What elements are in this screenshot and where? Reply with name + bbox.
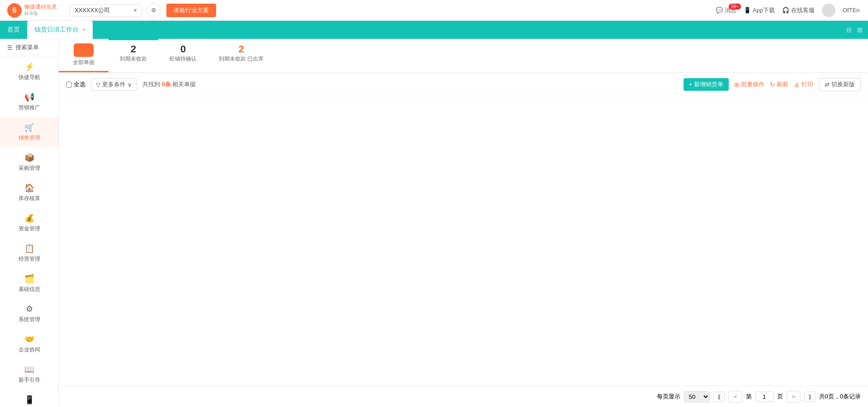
stats-tabs: 2 全部单据 2 到期未收款 0 旺铺待确认 2 到期未收款 已出库 xyxy=(59,39,868,73)
select-all-input[interactable] xyxy=(66,82,72,88)
inventory-label: 库存核算 xyxy=(19,195,40,202)
settings-icon-btn[interactable]: ⚙ xyxy=(146,3,161,18)
stat-tab-wangpu[interactable]: 0 旺铺待确认 xyxy=(158,39,208,72)
content-area: 2 全部单据 2 到期未收款 0 旺铺待确认 2 到期未收款 已出库 xyxy=(59,39,868,407)
last-page-btn[interactable]: ⟫ xyxy=(804,392,816,402)
guide-icon: 📖 xyxy=(24,365,34,374)
table-area xyxy=(59,96,868,386)
switch-label: 切换新版 xyxy=(831,80,855,89)
refresh-button[interactable]: ↻ 刷新 xyxy=(770,80,788,89)
prev-page-btn[interactable]: ＜ xyxy=(728,391,742,402)
sidebar-item-finance[interactable]: 💰 资金管理 xyxy=(0,208,58,238)
search-menu-icon: ☰ xyxy=(7,44,13,51)
refresh-icon: ↻ xyxy=(770,81,775,88)
online-service-button[interactable]: 🎧 在线客服 xyxy=(782,6,815,14)
tab-minimize-icon[interactable]: ⊟ xyxy=(846,26,852,33)
sidebar-item-purchase[interactable]: 📦 采购管理 xyxy=(0,147,58,178)
online-service-label: 在线客服 xyxy=(791,6,815,14)
first-page-btn[interactable]: ⟪ xyxy=(713,392,725,402)
sidebar: ☰ 搜索菜单 ⚡ 快捷导航 📢 营销推广 🛒 销售管理 📦 采购管理 🏠 库存核… xyxy=(0,39,59,407)
per-page-label: 每页显示 xyxy=(657,393,680,401)
print-button[interactable]: 🖨 打印 xyxy=(794,80,813,89)
select-all-label: 全选 xyxy=(74,80,85,89)
trial-button[interactable]: 体验行业方案 xyxy=(166,4,216,17)
avatar[interactable] xyxy=(822,4,835,17)
filter-button[interactable]: ▽ 更多条件 ∨ xyxy=(91,78,137,91)
system-icon: ⚙ xyxy=(26,304,33,314)
logo-icon: 6 xyxy=(7,3,22,18)
print-label: 打印 xyxy=(802,80,813,89)
stat-all-num: 2 xyxy=(81,44,86,56)
select-all-checkbox[interactable]: 全选 xyxy=(66,80,85,89)
stat-tab-all[interactable]: 2 全部单据 xyxy=(59,39,108,72)
sidebar-item-guide[interactable]: 📖 新手引导 xyxy=(0,359,58,389)
sidebar-item-search-menu[interactable]: ☰ 搜索菜单 xyxy=(0,39,58,56)
sidebar-item-system[interactable]: ⚙ 系统管理 xyxy=(0,299,58,329)
filter-icon: ▽ xyxy=(96,81,100,88)
total-info: 共0页，0条记录 xyxy=(819,393,861,401)
stat-tab-overdue-shipped[interactable]: 2 到期未收款 已出库 xyxy=(208,39,274,72)
refresh-label: 刷新 xyxy=(777,80,788,89)
sidebar-item-basic-info[interactable]: 🗂️ 基础信息 xyxy=(0,268,58,299)
quick-nav-icon: ⚡ xyxy=(24,62,34,72)
app-center-icon: 📱 xyxy=(24,395,34,405)
logo-badge: 标准版 xyxy=(24,10,57,17)
stat-wangpu-label: 旺铺待确认 xyxy=(170,55,197,63)
purchase-icon: 📦 xyxy=(24,153,34,163)
tab-expand-icon[interactable]: ⊞ xyxy=(857,26,863,33)
active-tab-label: 钱货日清工作台 xyxy=(34,26,79,34)
finance-label: 资金管理 xyxy=(19,225,40,233)
tab-actions: ⊟ ⊞ xyxy=(846,26,868,33)
tab-close-icon[interactable]: × xyxy=(82,27,85,33)
sidebar-item-sales[interactable]: 🛒 销售管理 xyxy=(0,117,58,147)
print-icon: 🖨 xyxy=(794,81,800,88)
switch-icon: ⇄ xyxy=(825,81,830,88)
basic-info-icon: 🗂️ xyxy=(24,274,34,284)
filter-label: 更多条件 xyxy=(102,80,126,89)
stat-overdue-shipped-num: 2 xyxy=(239,43,244,55)
operations-icon: 📋 xyxy=(24,243,34,253)
message-button[interactable]: 💬 消息 99+ xyxy=(716,6,736,14)
chevron-down-icon: ∨ xyxy=(127,81,132,88)
add-sales-order-button[interactable]: + 新增销货单 xyxy=(684,78,729,91)
per-page-select[interactable]: 50 20 100 xyxy=(684,391,710,402)
company-selector[interactable]: XXXXXX公司 ▾ xyxy=(70,4,142,17)
result-prefix: 共找到 xyxy=(142,81,160,88)
result-suffix: 相关单据 xyxy=(172,81,196,88)
stat-overdue-shipped-label: 到期未收款 已出库 xyxy=(219,55,264,63)
sidebar-item-app-center[interactable]: 📱 应用中心 xyxy=(0,389,58,407)
message-icon: 💬 xyxy=(716,7,723,14)
result-text: 共找到 0条 相关单据 xyxy=(142,80,196,89)
switch-version-button[interactable]: ⇄ 切换新版 xyxy=(819,78,861,91)
logo-area: 6 畅捷通好生意 标准版 xyxy=(7,3,66,18)
marketing-icon: 📢 xyxy=(24,92,34,102)
gear-icon: ⚙ xyxy=(151,7,156,14)
sidebar-item-enterprise[interactable]: 🤝 企业协同 xyxy=(0,329,58,359)
stat-tab-overdue[interactable]: 2 到期未收款 xyxy=(108,39,158,72)
app-download-button[interactable]: 📱 App下载 xyxy=(744,6,775,14)
finance-icon: 💰 xyxy=(24,213,34,223)
tab-active[interactable]: 钱货日清工作台 × xyxy=(27,21,93,39)
user-name: OfTEn xyxy=(843,4,861,17)
sidebar-item-marketing[interactable]: 📢 营销推广 xyxy=(0,87,58,117)
batch-operation-button[interactable]: ⊞ 批量操作 xyxy=(734,80,764,89)
app-download-label: App下载 xyxy=(753,6,775,14)
page-suffix: 页 xyxy=(777,393,783,401)
sales-label: 销售管理 xyxy=(19,134,40,142)
tab-bar: 首页 钱货日清工作台 × ⊟ ⊞ xyxy=(0,21,868,39)
company-name: XXXXXX公司 xyxy=(75,6,130,14)
quick-nav-label: 快捷导航 xyxy=(19,74,40,81)
page-input[interactable] xyxy=(755,392,774,402)
sidebar-item-quick-nav[interactable]: ⚡ 快捷导航 xyxy=(0,56,58,87)
stat-wangpu-num: 0 xyxy=(180,43,186,55)
batch-label: 批量操作 xyxy=(741,80,764,89)
guide-label: 新手引导 xyxy=(19,376,40,384)
search-menu-label: 搜索菜单 xyxy=(15,43,39,51)
result-count: 0条 xyxy=(162,81,171,88)
next-page-btn[interactable]: ＞ xyxy=(787,391,801,402)
sidebar-item-operations[interactable]: 📋 经营管理 xyxy=(0,238,58,268)
sidebar-item-inventory[interactable]: 🏠 库存核算 xyxy=(0,178,58,208)
enterprise-label: 企业协同 xyxy=(19,346,40,354)
tab-home[interactable]: 首页 xyxy=(0,21,27,39)
page-label: 第 xyxy=(746,393,752,401)
